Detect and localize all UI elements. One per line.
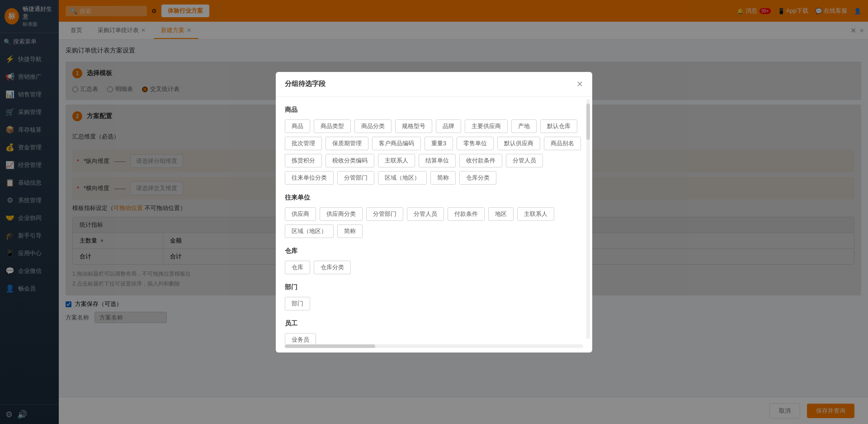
field-tags-employee: 业务员 xyxy=(285,333,583,344)
horizontal-scrollbar[interactable] xyxy=(285,344,583,348)
field-tag-分管人员[interactable]: 分管人员 xyxy=(407,207,444,221)
field-tag-往来单位分类[interactable]: 往来单位分类 xyxy=(285,171,334,185)
field-tag-分管部门[interactable]: 分管部门 xyxy=(337,171,374,185)
field-tags-product: 商品商品类型商品分类规格型号品牌主要供应商产地默认仓库批次管理保质期管理客户商品… xyxy=(285,119,583,185)
field-tag-品牌[interactable]: 品牌 xyxy=(436,119,461,133)
field-tag-业务员[interactable]: 业务员 xyxy=(285,333,316,344)
hscrollbar-thumb xyxy=(285,344,375,348)
field-tag-供应商[interactable]: 供应商 xyxy=(285,207,316,221)
modal-close-button[interactable]: ✕ xyxy=(576,79,583,89)
field-select-modal: 分组待选字段 ✕ 商品商品商品类型商品分类规格型号品牌主要供应商产地默认仓库批次… xyxy=(276,72,592,353)
field-tag-默认仓库[interactable]: 默认仓库 xyxy=(540,119,577,133)
field-tag-仓库分类[interactable]: 仓库分类 xyxy=(314,261,351,274)
field-tags-warehouse: 仓库仓库分类 xyxy=(285,261,583,274)
modal-header: 分组待选字段 ✕ xyxy=(276,72,592,97)
field-tag-商品分类[interactable]: 商品分类 xyxy=(354,119,392,133)
field-tag-商品类型[interactable]: 商品类型 xyxy=(314,119,351,133)
field-group-product: 商品商品商品类型商品分类规格型号品牌主要供应商产地默认仓库批次管理保质期管理客户… xyxy=(285,106,583,185)
field-tag-仓库[interactable]: 仓库 xyxy=(285,261,310,274)
field-group-department: 部门部门 xyxy=(285,283,583,310)
field-tag-重量3[interactable]: 重量3 xyxy=(425,137,453,150)
field-tag-商品别名[interactable]: 商品别名 xyxy=(544,137,581,150)
field-tag-部门[interactable]: 部门 xyxy=(285,297,310,310)
field-group-employee: 员工业务员 xyxy=(285,319,583,344)
field-tag-规格型号[interactable]: 规格型号 xyxy=(395,119,432,133)
field-tag-付款条件[interactable]: 付款条件 xyxy=(448,207,485,221)
field-group-title-department: 部门 xyxy=(285,283,583,291)
field-tag-主联系人[interactable]: 主联系人 xyxy=(517,207,554,221)
field-tag-区域（地区）[interactable]: 区域（地区） xyxy=(378,171,427,185)
field-tag-简称[interactable]: 简称 xyxy=(337,224,363,238)
field-tag-批次管理[interactable]: 批次管理 xyxy=(285,137,322,150)
field-tag-结算单位[interactable]: 结算单位 xyxy=(419,154,456,167)
field-tag-主要供应商[interactable]: 主要供应商 xyxy=(465,119,508,133)
field-tag-供应商分类[interactable]: 供应商分类 xyxy=(320,207,363,221)
field-group-title-warehouse: 仓库 xyxy=(285,247,583,255)
field-tag-税收分类编码[interactable]: 税收分类编码 xyxy=(326,154,374,167)
field-group-partner: 往来单位供应商供应商分类分管部门分管人员付款条件地区主联系人区域（地区）简称 xyxy=(285,194,583,238)
field-group-title-partner: 往来单位 xyxy=(285,194,583,202)
field-tag-地区[interactable]: 地区 xyxy=(488,207,514,221)
field-tag-商品[interactable]: 商品 xyxy=(285,119,310,133)
field-tag-区域（地区）[interactable]: 区域（地区） xyxy=(285,224,334,238)
modal-title: 分组待选字段 xyxy=(285,80,326,88)
field-tag-主联系人[interactable]: 主联系人 xyxy=(378,154,415,167)
field-tag-分管人员[interactable]: 分管人员 xyxy=(506,154,543,167)
field-tags-department: 部门 xyxy=(285,297,583,310)
vscrollbar-thumb xyxy=(586,104,590,140)
field-tag-分管部门[interactable]: 分管部门 xyxy=(366,207,403,221)
vertical-scrollbar[interactable] xyxy=(586,99,590,339)
field-group-warehouse: 仓库仓库仓库分类 xyxy=(285,247,583,274)
field-tag-简称[interactable]: 简称 xyxy=(430,171,456,185)
field-tag-客户商品编码[interactable]: 客户商品编码 xyxy=(372,137,421,150)
field-tag-保质期管理[interactable]: 保质期管理 xyxy=(326,137,368,150)
field-tag-零售单位[interactable]: 零售单位 xyxy=(457,137,494,150)
field-tag-仓库分类[interactable]: 仓库分类 xyxy=(459,171,496,185)
field-group-title-employee: 员工 xyxy=(285,319,583,328)
field-tag-拣货积分[interactable]: 拣货积分 xyxy=(285,154,322,167)
modal-body: 商品商品商品类型商品分类规格型号品牌主要供应商产地默认仓库批次管理保质期管理客户… xyxy=(276,97,592,344)
field-tag-收付款条件[interactable]: 收付款条件 xyxy=(459,154,502,167)
field-tags-partner: 供应商供应商分类分管部门分管人员付款条件地区主联系人区域（地区）简称 xyxy=(285,207,583,238)
field-tag-产地[interactable]: 产地 xyxy=(511,119,537,133)
field-group-title-product: 商品 xyxy=(285,106,583,114)
field-tag-默认供应商[interactable]: 默认供应商 xyxy=(497,137,540,150)
